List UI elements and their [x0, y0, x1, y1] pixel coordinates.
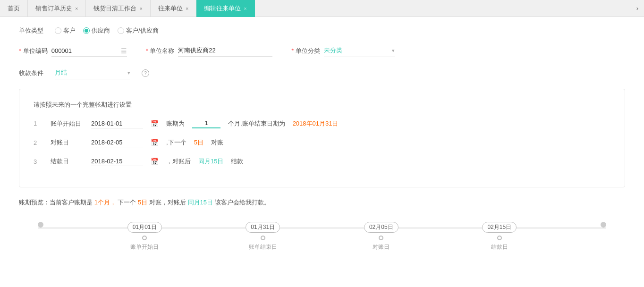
period-reconcile-date-input[interactable]	[91, 138, 143, 147]
period-row-3: 3 结款日 📅 ，对账后 同月15日 结款	[34, 157, 610, 166]
tab-cash-work[interactable]: 钱货日清工作台 ×	[86, 0, 150, 17]
period-num-3: 3	[34, 158, 43, 165]
preview-highlight2: 5日	[138, 199, 147, 206]
unit-category-select[interactable]: 未分类 ▾	[324, 44, 395, 57]
timeline-label-3: 对账日	[373, 243, 390, 251]
period-desc-2a: ,下一个	[166, 138, 186, 147]
period-months-input[interactable]	[192, 118, 220, 128]
payment-terms-chevron: ▾	[127, 70, 130, 76]
payment-terms-label: 收款条件	[19, 69, 43, 77]
period-payment-highlight: 同月15日	[198, 157, 223, 166]
help-icon[interactable]: ?	[142, 69, 149, 77]
period-num-2: 2	[34, 139, 43, 146]
preview-middle2: 对账，对账后	[149, 199, 186, 206]
period-desc-2b: 对账	[211, 138, 223, 147]
timeline-end-dot	[601, 222, 606, 228]
period-settings-box: 请按照未来的一个完整帐期进行设置 1 账单开始日 📅 账期为 个月,账单结束日期…	[19, 89, 625, 187]
radio-both-label: 客户/供应商	[126, 26, 159, 35]
chevron-down-icon: ▾	[392, 48, 395, 54]
tab-home-label: 首页	[8, 4, 20, 13]
unit-name-wrapper	[178, 45, 272, 57]
period-num-1: 1	[34, 120, 43, 127]
unit-code-label: 单位编码	[19, 47, 48, 55]
radio-customer-circle	[55, 27, 61, 34]
radio-customer-label: 客户	[63, 26, 76, 35]
preview-prefix: 账期预览：当前客户账期是	[19, 199, 93, 206]
tab-partners[interactable]: 往来单位 ×	[151, 0, 196, 17]
unit-category-label: 单位分类	[291, 47, 320, 55]
preview-suffix: 该客户会给我打款。	[215, 199, 270, 206]
unit-type-row: 单位类型 客户 供应商 客户/供应商	[19, 26, 625, 35]
timeline-label-2: 账单结束日	[249, 243, 277, 251]
radio-customer[interactable]: 客户	[55, 26, 76, 35]
timeline-items: 01月01日 账单开始日 01月31日 账单结束日 02月05日 对账日 02月…	[38, 222, 606, 251]
tab-cash-work-label: 钱货日清工作台	[93, 4, 136, 13]
radio-both-circle	[118, 27, 124, 34]
tab-bar: 首页 销售订单历史 × 钱货日清工作台 × 往来单位 × 编辑往来单位 × ›	[0, 0, 644, 17]
timeline-item-end	[601, 222, 606, 251]
period-end-date: 2018年01月31日	[293, 119, 339, 128]
timeline-item-start	[38, 222, 43, 251]
unit-type-radio-group: 客户 供应商 客户/供应商	[55, 26, 159, 35]
period-desc-1b: 个月,账单结束日期为	[228, 119, 285, 128]
period-field-label-1: 账单开始日	[51, 119, 84, 128]
payment-terms-row: 收款条件 月结 ▾ ?	[19, 67, 625, 79]
main-content: 单位类型 客户 供应商 客户/供应商 单位编码 ☰ 单位名	[0, 17, 644, 287]
tab-more-button[interactable]: ›	[631, 0, 644, 17]
radio-supplier-label: 供应商	[92, 26, 110, 35]
tab-sales-history[interactable]: 销售订单历史 ×	[28, 0, 86, 17]
unit-name-input[interactable]	[178, 45, 272, 57]
unit-code-input[interactable]	[51, 45, 127, 57]
timeline-badge-2: 01月31日	[246, 222, 280, 233]
timeline-dot-3	[379, 236, 383, 240]
timeline-badge-4: 02月15日	[482, 222, 517, 233]
tab-partners-label: 往来单位	[158, 4, 183, 13]
timeline-dot-2	[261, 236, 265, 240]
radio-supplier[interactable]: 供应商	[83, 26, 110, 35]
period-desc-3b: 结款	[231, 157, 243, 166]
timeline-dot-4	[497, 236, 502, 240]
timeline-label-1: 账单开始日	[130, 243, 159, 251]
tab-home[interactable]: 首页	[0, 0, 28, 17]
unit-code-icon[interactable]: ☰	[121, 47, 127, 55]
calendar-icon-1[interactable]: 📅	[151, 120, 159, 127]
tab-cash-work-close[interactable]: ×	[139, 6, 142, 11]
period-desc-3a: ，对账后	[166, 157, 191, 166]
unit-info-row: 单位编码 ☰ 单位名称 单位分类 未分类 ▾	[19, 44, 625, 57]
tab-edit-partner-close[interactable]: ×	[244, 6, 246, 11]
period-title: 请按照未来的一个完整帐期进行设置	[34, 101, 610, 109]
unit-code-wrapper: ☰	[51, 45, 127, 57]
radio-supplier-circle	[83, 27, 90, 34]
timeline-badge-1: 01月01日	[127, 222, 162, 233]
timeline-item-1: 01月01日 账单开始日	[127, 222, 162, 251]
payment-terms-value: 月结	[55, 68, 126, 77]
payment-terms-select[interactable]: 月结 ▾	[55, 67, 130, 79]
period-payment-date-input[interactable]	[91, 157, 143, 166]
preview-highlight3: 同月15日	[188, 199, 213, 206]
period-row-1: 1 账单开始日 📅 账期为 个月,账单结束日期为 2018年01月31日	[34, 118, 610, 128]
tab-edit-partner-label: 编辑往来单位	[204, 4, 241, 13]
tab-sales-history-label: 销售订单历史	[35, 4, 72, 13]
unit-name-label: 单位名称	[146, 47, 175, 55]
timeline-label-4: 结款日	[491, 243, 508, 251]
timeline-item-2: 01月31日 账单结束日	[246, 222, 280, 251]
timeline-item-3: 02月05日 对账日	[364, 222, 398, 251]
unit-type-label: 单位类型	[19, 26, 43, 35]
timeline-badge-3: 02月05日	[364, 222, 398, 233]
preview-section: 账期预览：当前客户账期是 1个月， 下一个 5日 对账，对账后 同月15日 该客…	[19, 197, 625, 208]
period-row-2: 2 对账日 📅 ,下一个 5日 对账	[34, 138, 610, 147]
radio-both[interactable]: 客户/供应商	[118, 26, 159, 35]
calendar-icon-3[interactable]: 📅	[151, 158, 159, 165]
tab-partners-close[interactable]: ×	[186, 6, 188, 11]
calendar-icon-2[interactable]: 📅	[151, 139, 159, 146]
period-field-label-3: 结款日	[51, 157, 84, 166]
period-start-date-input[interactable]	[91, 119, 143, 128]
timeline-item-4: 02月15日 结款日	[482, 222, 517, 251]
unit-category-value: 未分类	[324, 46, 390, 55]
period-desc-1a: 账期为	[166, 119, 185, 128]
tab-sales-history-close[interactable]: ×	[75, 6, 78, 11]
period-field-label-2: 对账日	[51, 138, 84, 147]
timeline-section: 01月01日 账单开始日 01月31日 账单结束日 02月05日 对账日 02月…	[19, 217, 625, 265]
timeline-dot-1	[142, 236, 147, 240]
tab-edit-partner[interactable]: 编辑往来单位 ×	[196, 0, 254, 17]
